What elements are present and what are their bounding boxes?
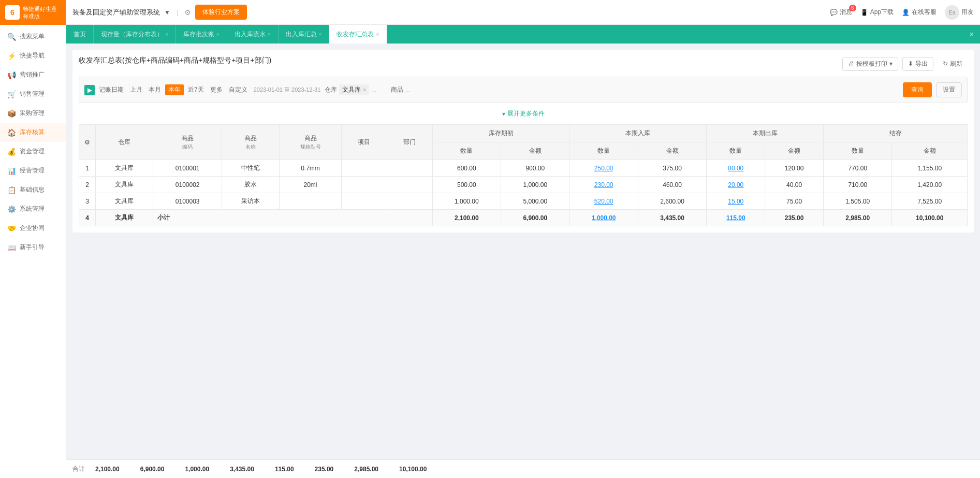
purchase-icon: 📦 [7,109,16,118]
print-button[interactable]: 🖨 按模板打印 ▾ [842,57,898,71]
app-download-item[interactable]: 📱 App下载 [860,8,894,17]
tab-close[interactable]: × [268,32,271,37]
tab-5[interactable]: 收发存汇总表× [329,25,387,44]
messages-badge: 6 [849,5,856,11]
cell-out-qty[interactable]: 15.00 [707,193,765,210]
sidebar-item-enterprise[interactable]: 🤝企业协同 [0,219,66,238]
cell-department [387,177,432,193]
system-name: 装备及固定资产辅助管理系统 [72,8,160,17]
tab-label: 出入库流水 [235,30,266,39]
tab-3[interactable]: 出入库流水× [227,25,279,44]
cell-in-amt: 460.00 [638,177,706,193]
messages-item[interactable]: 💬 消息 6 [830,8,852,17]
sidebar-item-basic[interactable]: 📋基础信息 [0,180,66,199]
data-table: ⚙ 仓库 商品编码 商品名称 商品规格型号 项目 部门 库存期初 本期入库 本期… [79,124,968,226]
logo-subtitle: 标准版 [23,12,57,20]
sidebar-item-label: 资金管理 [20,147,45,156]
cell-bal-amt: 7,525.00 [892,193,968,210]
cell-warehouse: 文具库 [96,160,153,177]
th-settings[interactable]: ⚙ [79,125,96,160]
tab-close[interactable]: × [216,32,220,37]
settings-button[interactable]: 设置 [936,82,962,97]
sidebar-item-system[interactable]: ⚙️系统管理 [0,199,66,219]
subtotal-row: 4 文具库 小计 2,100.00 6,900.00 1,000.00 3,43… [79,210,968,226]
enterprise-icon: 🤝 [7,224,16,233]
sidebar-item-label: 销售管理 [20,90,45,98]
print-icon: 🖨 [848,60,854,67]
filter-toggle-button[interactable]: ▶ [84,85,95,95]
tab-close[interactable]: × [319,32,322,37]
sidebar-item-operations[interactable]: 📊经营管理 [0,161,66,180]
date-option-更多[interactable]: 更多 [208,84,225,95]
system-dropdown[interactable]: ▼ [164,9,170,16]
cell-in-qty[interactable]: 230.00 [569,177,638,193]
tab-bar-close-all[interactable]: × [970,30,974,38]
main-content: 收发存汇总表(按仓库+商品编码+商品+规格型号+项目+部门) 🖨 按模板打印 ▾… [66,44,980,478]
sidebar-item-finance[interactable]: 💰资金管理 [0,142,66,161]
cell-out-qty[interactable]: 80.00 [707,160,765,177]
cell-in-qty[interactable]: 250.00 [569,160,638,177]
date-option-本年[interactable]: 本年 [165,84,184,95]
sidebar-item-quick-nav[interactable]: ⚡快捷导航 [0,46,66,65]
cell-warehouse: 文具库 [96,177,153,193]
tab-4[interactable]: 出入库汇总× [279,25,330,44]
trial-button[interactable]: 体验行业方案 [195,5,247,20]
expand-filter[interactable]: ▾ 展开更多条件 [79,107,968,120]
tab-close[interactable]: × [376,32,379,37]
date-option-近7天[interactable]: 近7天 [186,84,206,95]
sidebar-item-inventory[interactable]: 🏠库存核算 [0,123,66,142]
tab-label: 收发存汇总表 [337,30,374,39]
tab-bar: 首页现存量（库存分布表）×库存批次账×出入库流水×出入库汇总×收发存汇总表×× [66,25,980,44]
sidebar-item-guide[interactable]: 📖新手引导 [0,238,66,257]
sidebar-item-label: 库存核算 [20,128,45,137]
total-out-amt: 235.00 [315,466,334,473]
tab-2[interactable]: 库存批次账× [176,25,227,44]
tab-1[interactable]: 现存量（库存分布表）× [94,25,176,44]
sidebar-item-marketing[interactable]: 📢营销推广 [0,65,66,84]
sidebar-item-search[interactable]: 🔍搜索菜单 [0,27,66,46]
date-option-上月[interactable]: 上月 [128,84,144,95]
product-more[interactable]: ... [405,86,411,94]
query-button[interactable]: 查询 [903,82,932,97]
subtotal-in-qty: 1,000.00 [569,210,638,226]
cell-no: 3 [79,193,96,210]
cell-bal-amt: 1,155.00 [892,160,968,177]
tab-close[interactable]: × [165,32,168,37]
export-button[interactable]: ⬇ 导出 [902,57,933,71]
online-service-item[interactable]: 👤 在线客服 [902,8,937,17]
cell-in-qty[interactable]: 520.00 [569,193,638,210]
tab-0[interactable]: 首页 [66,25,94,44]
th-product-code: 商品编码 [153,125,222,160]
refresh-button[interactable]: ↻ 刷新 [938,57,968,70]
gear-icon[interactable]: ⚙ [184,8,191,17]
cell-product-code: 0100001 [153,160,222,177]
total-bal-amt: 10,100.00 [399,466,427,473]
cell-in-amt: 2,600.00 [638,193,706,210]
th-period-begin: 库存期初 [432,125,569,142]
cell-begin-qty: 1,000.00 [432,193,501,210]
cell-begin-amt: 900.00 [501,160,569,177]
product-label: 商品 [391,85,403,94]
sidebar-item-sales[interactable]: 🛒销售管理 [0,84,66,104]
sidebar-item-label: 营销推广 [20,70,45,79]
cell-in-amt: 375.00 [638,160,706,177]
date-option-本月[interactable]: 本月 [147,84,163,95]
total-begin-amt: 6,900.00 [140,466,165,473]
user-item[interactable]: Ea 用友 [945,5,974,20]
sidebar-item-purchase[interactable]: 📦采购管理 [0,104,66,123]
sidebar-item-label: 企业协同 [20,224,45,233]
bottom-total-bar: 合计 2,100.00 6,900.00 1,000.00 3,435.00 1… [66,459,980,478]
warehouse-tag-close[interactable]: × [363,87,366,93]
date-option-自定义[interactable]: 自定义 [227,84,250,95]
tab-label: 出入库汇总 [286,30,317,39]
warehouse-more[interactable]: ... [371,86,376,94]
cell-out-qty[interactable]: 20.00 [707,177,765,193]
th-product-name: 商品名称 [222,125,279,160]
cell-product-name: 胶水 [222,177,279,193]
marketing-icon: 📢 [7,71,16,79]
th-project: 项目 [341,125,387,160]
warehouse-tag: 文具库 × [339,84,369,95]
tab-label: 首页 [74,30,86,39]
total-begin-qty: 2,100.00 [95,466,120,473]
finance-icon: 💰 [7,148,16,156]
